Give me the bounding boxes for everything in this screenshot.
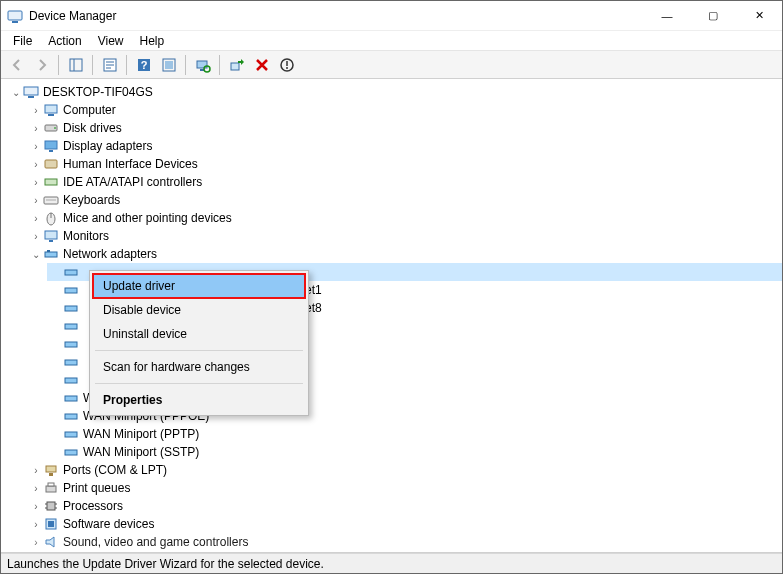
svg-rect-33: [45, 231, 57, 239]
context-menu-separator: [95, 350, 303, 351]
help-button[interactable]: ?: [132, 53, 155, 76]
context-menu-uninstall-device[interactable]: Uninstall device: [93, 322, 305, 346]
disable-device-button[interactable]: [250, 53, 273, 76]
tree-category[interactable]: › Ports (COM & LPT): [27, 461, 782, 479]
chevron-down-icon[interactable]: ⌄: [29, 247, 43, 261]
svg-marker-59: [46, 537, 54, 547]
context-menu-item-label: Disable device: [103, 303, 181, 317]
tree-category[interactable]: › Display adapters: [27, 137, 782, 155]
context-menu-item-label: Properties: [103, 393, 162, 407]
chevron-right-icon[interactable]: ›: [29, 211, 43, 225]
chevron-right-icon[interactable]: ›: [29, 481, 43, 495]
tree-category[interactable]: › IDE ATA/ATAPI controllers: [27, 173, 782, 191]
svg-rect-35: [45, 252, 57, 257]
tree-category[interactable]: › Print queues: [27, 479, 782, 497]
svg-rect-34: [49, 240, 53, 242]
tree-category[interactable]: › Human Interface Devices: [27, 155, 782, 173]
cpu-icon: [43, 498, 59, 514]
svg-rect-49: [49, 473, 53, 476]
svg-rect-39: [65, 306, 77, 311]
context-menu-item-label: Scan for hardware changes: [103, 360, 250, 374]
scan-hardware-button[interactable]: [191, 53, 214, 76]
context-menu-properties[interactable]: Properties: [93, 388, 305, 412]
sound-icon: [43, 534, 59, 550]
tree-item-label: WAN Miniport (PPTP): [83, 427, 199, 441]
tree-category[interactable]: › Processors: [27, 497, 782, 515]
ide-icon: [43, 174, 59, 190]
tree-category[interactable]: › Monitors: [27, 227, 782, 245]
tree-category[interactable]: › Sound, video and game controllers: [27, 533, 782, 551]
svg-point-18: [286, 67, 288, 69]
nic-icon: [63, 354, 79, 370]
tree-item-label: Software devices: [63, 517, 154, 531]
back-button[interactable]: [5, 53, 28, 76]
tree-category[interactable]: › Disk drives: [27, 119, 782, 137]
ports-icon: [43, 462, 59, 478]
chevron-right-icon[interactable]: ›: [29, 103, 43, 117]
toolbar-separator: [92, 55, 93, 75]
chevron-right-icon[interactable]: ›: [29, 193, 43, 207]
nic-icon: [63, 282, 79, 298]
svg-rect-1: [12, 21, 18, 23]
chevron-right-icon[interactable]: ›: [29, 157, 43, 171]
tree-item-label: Sound, video and game controllers: [63, 535, 248, 549]
menu-view[interactable]: View: [90, 32, 132, 50]
minimize-button[interactable]: —: [644, 1, 690, 31]
maximize-button[interactable]: ▢: [690, 1, 736, 31]
tree-item-network-adapter[interactable]: WAN Miniport (SSTP): [47, 443, 782, 461]
titlebar: Device Manager — ▢ ✕: [1, 1, 782, 31]
svg-rect-27: [45, 160, 57, 168]
update-driver-button[interactable]: [225, 53, 248, 76]
chevron-right-icon[interactable]: ›: [29, 517, 43, 531]
svg-rect-28: [45, 179, 57, 185]
action-button[interactable]: [157, 53, 180, 76]
nic-icon: [63, 318, 79, 334]
statusbar-text: Launches the Update Driver Wizard for th…: [7, 557, 324, 571]
toolbar-separator: [58, 55, 59, 75]
nic-icon: [63, 300, 79, 316]
context-menu-item-label: Update driver: [103, 279, 175, 293]
statusbar: Launches the Update Driver Wizard for th…: [1, 553, 782, 574]
chevron-right-icon[interactable]: ›: [29, 175, 43, 189]
computer-icon: [43, 102, 59, 118]
context-menu-update-driver[interactable]: Update driver: [93, 274, 305, 298]
tree-category[interactable]: › Keyboards: [27, 191, 782, 209]
chevron-right-icon[interactable]: ›: [29, 139, 43, 153]
tree-category-network-adapters[interactable]: ⌄ Network adapters: [27, 245, 782, 263]
svg-rect-47: [65, 450, 77, 455]
uninstall-device-button[interactable]: [275, 53, 298, 76]
chevron-right-icon[interactable]: ›: [29, 535, 43, 549]
context-menu-disable-device[interactable]: Disable device: [93, 298, 305, 322]
menu-action[interactable]: Action: [40, 32, 89, 50]
chevron-down-icon[interactable]: ⌄: [9, 85, 23, 99]
forward-button[interactable]: [30, 53, 53, 76]
context-menu-item-label: Uninstall device: [103, 327, 187, 341]
tree-item-network-adapter[interactable]: WAN Miniport (PPTP): [47, 425, 782, 443]
keyboard-icon: [43, 192, 59, 208]
svg-rect-52: [47, 502, 55, 510]
software-icon: [43, 516, 59, 532]
menu-file[interactable]: File: [5, 32, 40, 50]
close-button[interactable]: ✕: [736, 1, 782, 31]
toolbar: ?: [1, 51, 782, 79]
monitor-cat-icon: [43, 228, 59, 244]
tree-root[interactable]: ⌄ DESKTOP-TIF04GS: [7, 83, 782, 101]
svg-rect-48: [46, 466, 56, 472]
tree-category[interactable]: › Software devices: [27, 515, 782, 533]
properties-button[interactable]: [98, 53, 121, 76]
context-menu-scan-hardware[interactable]: Scan for hardware changes: [93, 355, 305, 379]
tree-item-label: IDE ATA/ATAPI controllers: [63, 175, 202, 189]
hid-icon: [43, 156, 59, 172]
tree-category[interactable]: › Mice and other pointing devices: [27, 209, 782, 227]
nic-icon: [63, 336, 79, 352]
show-hide-console-tree-button[interactable]: [64, 53, 87, 76]
chevron-right-icon[interactable]: ›: [29, 121, 43, 135]
app-icon: [7, 8, 23, 24]
chevron-right-icon[interactable]: ›: [29, 499, 43, 513]
chevron-right-icon[interactable]: ›: [29, 229, 43, 243]
tree-category[interactable]: › Computer: [27, 101, 782, 119]
chevron-right-icon[interactable]: ›: [29, 463, 43, 477]
tree-item-label: Mice and other pointing devices: [63, 211, 232, 225]
svg-rect-19: [24, 87, 38, 95]
menu-help[interactable]: Help: [132, 32, 173, 50]
